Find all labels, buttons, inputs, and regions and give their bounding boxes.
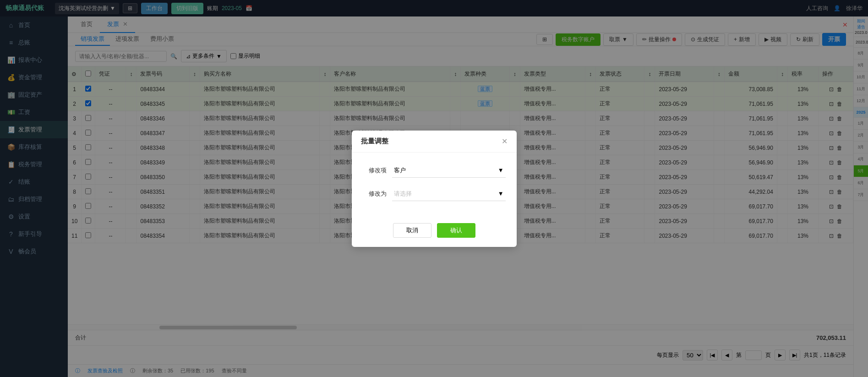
value-label: 修改为 bbox=[363, 190, 387, 198]
modal-overlay: 批量调整 ✕ 修改项 客户 ▼ 修改为 请选择 ▼ 取消 确认 bbox=[0, 0, 868, 377]
modal-body: 修改项 客户 ▼ 修改为 请选择 ▼ bbox=[352, 153, 517, 218]
value-placeholder: 请选择 bbox=[394, 190, 412, 198]
value-dropdown-icon: ▼ bbox=[498, 190, 504, 197]
field-value: 客户 bbox=[394, 166, 406, 175]
modal-header: 批量调整 ✕ bbox=[352, 131, 517, 153]
field-label: 修改项 bbox=[363, 166, 387, 175]
modal-confirm-button[interactable]: 确认 bbox=[437, 223, 475, 238]
form-row-value: 修改为 请选择 ▼ bbox=[363, 187, 506, 201]
modal-title: 批量调整 bbox=[361, 137, 388, 146]
modal-cancel-button[interactable]: 取消 bbox=[393, 223, 431, 238]
modal-close-button[interactable]: ✕ bbox=[502, 137, 508, 146]
batch-adjust-modal: 批量调整 ✕ 修改项 客户 ▼ 修改为 请选择 ▼ 取消 确认 bbox=[352, 131, 517, 247]
value-select[interactable]: 请选择 ▼ bbox=[392, 187, 506, 201]
modal-footer: 取消 确认 bbox=[352, 218, 517, 247]
field-select[interactable]: 客户 ▼ bbox=[392, 164, 506, 178]
field-dropdown-icon: ▼ bbox=[498, 167, 504, 174]
form-row-field: 修改项 客户 ▼ bbox=[363, 164, 506, 178]
